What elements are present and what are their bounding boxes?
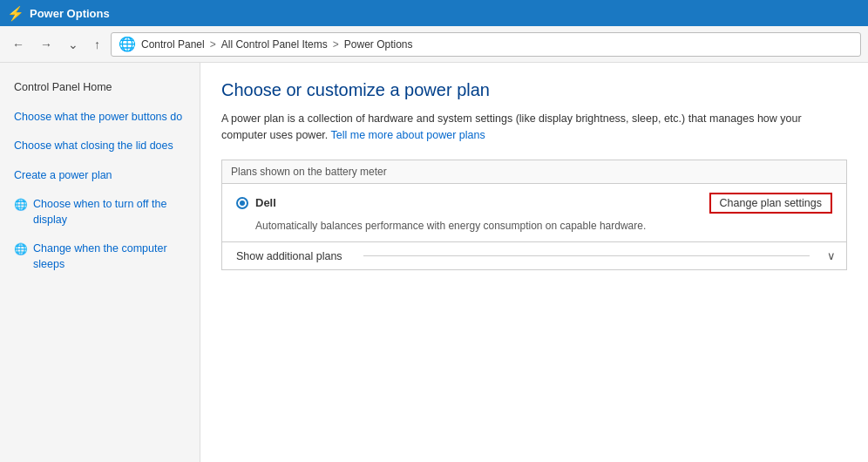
breadcrumb-sep-1: > [210,38,216,51]
sidebar-item-control-panel-home[interactable]: Control Panel Home [0,73,200,103]
sidebar: Control Panel Home Choose what the power… [0,63,200,462]
show-additional-plans-link[interactable]: Show additional plans [222,243,356,269]
address-bar: ← → ⌄ ↑ 🌐 Control Panel > All Control Pa… [0,26,868,63]
breadcrumb-sep-2: > [333,38,339,51]
sidebar-item-label: Change when the computer sleeps [33,241,186,272]
power-icon: ⚡ [7,5,24,22]
sidebar-item-sleep[interactable]: 🌐 Change when the computer sleeps [0,234,200,279]
globe-icon: 🌐 [14,242,28,258]
breadcrumb-segment-1: Control Panel [141,38,205,51]
change-plan-settings-button[interactable]: Change plan settings [709,193,832,214]
recent-button[interactable]: ⌄ [63,34,84,55]
plans-header: Plans shown on the battery meter [222,160,846,184]
address-bar-input[interactable]: 🌐 Control Panel > All Control Panel Item… [111,32,861,57]
page-description: A power plan is a collection of hardware… [221,111,814,144]
globe-icon: 🌐 [14,198,28,214]
plans-section: Plans shown on the battery meter Dell Ch… [221,160,847,271]
sidebar-item-create-power-plan[interactable]: Create a power plan [0,161,200,191]
page-title: Choose or customize a power plan [221,80,847,100]
forward-button[interactable]: → [35,34,58,55]
up-button[interactable]: ↑ [89,34,105,55]
sidebar-item-label: Choose when to turn off the display [33,197,186,228]
main-layout: Control Panel Home Choose what the power… [0,63,868,462]
breadcrumb-segment-3: Power Options [344,38,413,51]
back-button[interactable]: ← [7,34,30,55]
radio-inner [240,200,245,206]
sidebar-item-closing-lid[interactable]: Choose what closing the lid does [0,132,200,161]
globe-icon: 🌐 [119,36,136,52]
additional-plans-section: Show additional plans ∨ [222,241,846,269]
title-bar: ⚡ Power Options [0,0,868,26]
sidebar-item-label: Choose what closing the lid does [14,139,173,154]
radio-button-dell[interactable] [236,197,248,209]
breadcrumb-segment-2: All Control Panel Items [221,38,328,51]
dell-plan-row: Dell Change plan settings [236,193,832,214]
title-bar-text: Power Options [30,7,110,20]
dell-plan-description: Automatically balances performance with … [255,219,832,234]
separator [363,255,810,256]
tell-me-more-link[interactable]: Tell me more about power plans [331,129,485,141]
sidebar-item-turn-off-display[interactable]: 🌐 Choose when to turn off the display [0,190,200,234]
content-area: Choose or customize a power plan A power… [200,63,868,462]
sidebar-item-label: Choose what the power buttons do [14,110,182,126]
dell-plan-left: Dell [236,196,276,209]
plans-body: Dell Change plan settings Automatically … [222,184,846,242]
sidebar-item-label: Control Panel Home [14,80,112,96]
sidebar-item-power-buttons[interactable]: Choose what the power buttons do [0,103,200,132]
dell-plan-label: Dell [255,196,276,209]
sidebar-item-label: Create a power plan [14,168,112,184]
chevron-down-icon[interactable]: ∨ [817,242,846,269]
